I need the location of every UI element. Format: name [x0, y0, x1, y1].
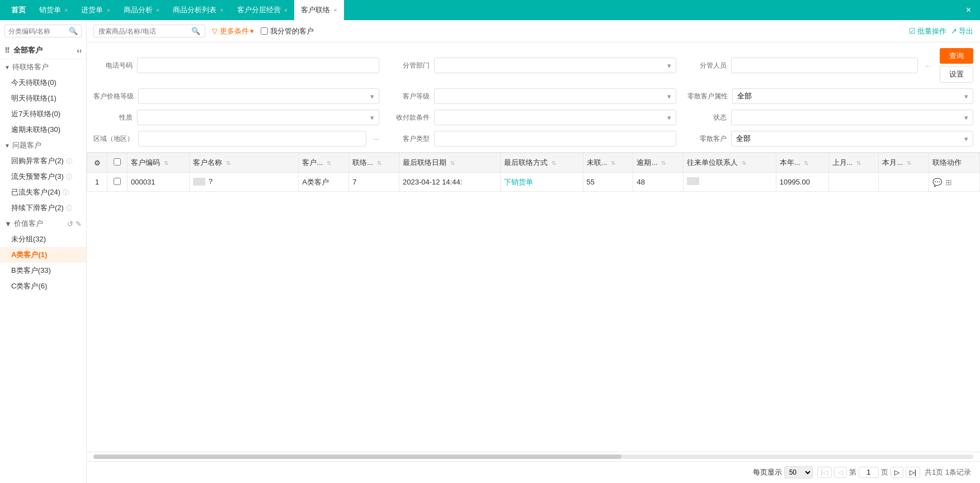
chat-icon-0[interactable]: 💬	[932, 178, 942, 187]
label-dept: 分管部门	[390, 61, 430, 70]
page-number-input[interactable]	[859, 467, 879, 478]
th-contact-count[interactable]: 联络... ⇅	[349, 153, 399, 173]
sidebar-item-declining[interactable]: 持续下滑客户(2) ⓘ	[0, 200, 86, 216]
close-customer-tier[interactable]: ×	[284, 7, 288, 13]
filter-search-input[interactable]	[98, 27, 191, 35]
th-no-contact[interactable]: 未联... ⇅	[583, 153, 633, 173]
close-sales-order[interactable]: ×	[64, 7, 68, 13]
sidebar-all-customers-header[interactable]: ⠿ 全部客户 ‹‹	[0, 42, 86, 59]
arrow-value[interactable]: ▼	[4, 220, 12, 228]
scrollbar-thumb[interactable]	[93, 454, 621, 459]
nav-customer-contact[interactable]: 客户联络 ×	[294, 0, 343, 20]
chevron-down-icon-retail: ▾	[964, 135, 968, 143]
nav-home[interactable]: 首页	[4, 0, 32, 20]
close-purchase-order[interactable]: ×	[106, 7, 110, 13]
nav-product-analysis-list[interactable]: 商品分析列表 ×	[166, 0, 230, 20]
th-last-month[interactable]: 上月... ⇅	[828, 153, 879, 173]
export-btn[interactable]: ↗ 导出	[951, 26, 973, 36]
sidebar-group-pending[interactable]: ▼ 待联络客户	[0, 59, 86, 75]
th-checkbox[interactable]	[107, 153, 128, 173]
select-payment[interactable]: ▾	[434, 110, 676, 125]
per-page-select[interactable]: 50 100	[784, 466, 813, 479]
select-retail[interactable]: 全部 ▾	[731, 131, 973, 146]
info-icon-abnormal: ⓘ	[66, 157, 72, 165]
close-product-analysis[interactable]: ×	[156, 7, 159, 13]
filter-search-box[interactable]: 🔍	[93, 25, 205, 37]
qr-icon-0[interactable]: ⊞	[945, 178, 952, 187]
input-phone[interactable]	[137, 58, 379, 73]
sidebar-item-c-class[interactable]: C类客户(6)	[0, 278, 86, 294]
right-actions: ☑ 批量操作 ↗ 导出	[909, 26, 973, 36]
chevron-down-icon-price: ▾	[370, 92, 374, 101]
value-refresh-icon[interactable]: ↺	[67, 220, 73, 228]
dots-icon-region[interactable]: ···	[373, 135, 379, 143]
sidebar-search-input[interactable]	[8, 27, 69, 35]
sidebar-item-tomorrow[interactable]: 明天待联络(1)	[0, 91, 86, 106]
close-product-analysis-list[interactable]: ×	[220, 7, 223, 13]
next-page-btn[interactable]: ▷	[891, 467, 903, 478]
first-page-btn[interactable]: |◁	[817, 467, 832, 478]
th-level[interactable]: 客户... ⇅	[299, 153, 349, 173]
input-person[interactable]	[731, 58, 918, 73]
th-last-type[interactable]: 最后联络方式 ⇅	[501, 153, 583, 173]
nav-purchase-order[interactable]: 进货单 ×	[74, 0, 116, 20]
sidebar-item-loss-warning[interactable]: 流失预警客户(3) ⓘ	[0, 169, 86, 184]
scrollbar-track[interactable]	[93, 454, 973, 459]
th-contact-person[interactable]: 往来单位联系人 ⇅	[684, 153, 776, 173]
select-all-checkbox[interactable]	[114, 158, 121, 165]
nav-sales-order[interactable]: 销货单 ×	[32, 0, 74, 20]
select-dept[interactable]: ▾	[434, 58, 676, 73]
select-nature[interactable]: ▾	[137, 110, 379, 125]
collapse-icon[interactable]: ‹‹	[77, 46, 82, 55]
cell-last-type-0[interactable]: 下销货单	[501, 173, 583, 192]
filter-search-icon[interactable]: 🔍	[191, 27, 200, 35]
th-this-year[interactable]: 本年... ⇅	[776, 153, 828, 173]
row-checkbox-0[interactable]	[114, 178, 121, 185]
th-name[interactable]: 客户名称 ⇅	[190, 153, 299, 173]
input-customer-type[interactable]	[434, 131, 676, 146]
more-conditions-btn[interactable]: ▽ 更多条件 ▾	[212, 26, 254, 36]
nav-customer-tier[interactable]: 客户分层经营 ×	[230, 0, 294, 20]
filter-row-phone: 电话号码	[93, 48, 379, 83]
horizontal-scrollbar[interactable]	[87, 452, 980, 461]
my-customers-checkbox-label[interactable]: 我分管的客户	[261, 26, 314, 36]
query-button[interactable]: 查询	[940, 48, 973, 64]
batch-ops-btn[interactable]: ☑ 批量操作	[909, 26, 946, 36]
cell-checkbox-0[interactable]	[107, 173, 128, 192]
my-customers-checkbox[interactable]	[261, 27, 268, 35]
close-customer-contact[interactable]: ×	[333, 7, 337, 13]
close-all-tabs[interactable]: ×	[962, 5, 976, 15]
sidebar-search-box[interactable]: 🔍	[4, 25, 82, 37]
sidebar-item-overdue[interactable]: 逾期未联络(30)	[0, 122, 86, 138]
cell-contact-count-0: 7	[349, 173, 399, 192]
dots-icon-person[interactable]: ···	[925, 61, 931, 70]
filter-panel: 电话号码 分管部门 ▾ 分管人员 ··· 查询 设置	[87, 42, 980, 153]
sidebar-item-b-class[interactable]: B类客户(33)	[0, 263, 86, 278]
sidebar-item-ungrouped[interactable]: 未分组(32)	[0, 231, 86, 247]
select-customer-level[interactable]: ▾	[434, 88, 676, 104]
sidebar-item-lost[interactable]: 已流失客户(24) ⓘ	[0, 184, 86, 200]
select-price-level[interactable]: ▾	[138, 88, 379, 104]
sidebar-group-problem[interactable]: ▼ 问题客户	[0, 138, 86, 153]
th-gear[interactable]: ⚙	[87, 153, 107, 173]
last-page-btn[interactable]: ▷|	[906, 467, 920, 478]
nav-product-analysis[interactable]: 商品分析 ×	[117, 0, 166, 20]
sidebar-item-a-class[interactable]: A类客户(1)	[0, 247, 86, 263]
sidebar-item-7days[interactable]: 近7天待联络(0)	[0, 106, 86, 122]
chevron-down-icon-nature: ▾	[370, 113, 374, 122]
select-status[interactable]: ▾	[731, 110, 973, 125]
link-last-type-0[interactable]: 下销货单	[504, 178, 533, 186]
prev-page-btn[interactable]: ◁	[834, 467, 847, 478]
value-edit-icon[interactable]: ✎	[76, 220, 82, 228]
th-last-date[interactable]: 最后联络日期 ⇅	[399, 153, 501, 173]
sidebar-search-icon[interactable]: 🔍	[69, 27, 78, 35]
sidebar-item-today[interactable]: 今天待联络(0)	[0, 75, 86, 91]
input-region[interactable]	[138, 131, 366, 146]
select-retail-attr[interactable]: 全部 ▾	[732, 88, 973, 104]
th-this-month[interactable]: 本月... ⇅	[879, 153, 929, 173]
th-code[interactable]: 客户编码 ⇅	[128, 153, 190, 173]
sidebar-item-abnormal[interactable]: 回购异常客户(2) ⓘ	[0, 153, 86, 169]
th-overdue[interactable]: 逾期... ⇅	[633, 153, 684, 173]
settings-button[interactable]: 设置	[940, 66, 973, 83]
cell-overdue-0: 48	[633, 173, 684, 192]
